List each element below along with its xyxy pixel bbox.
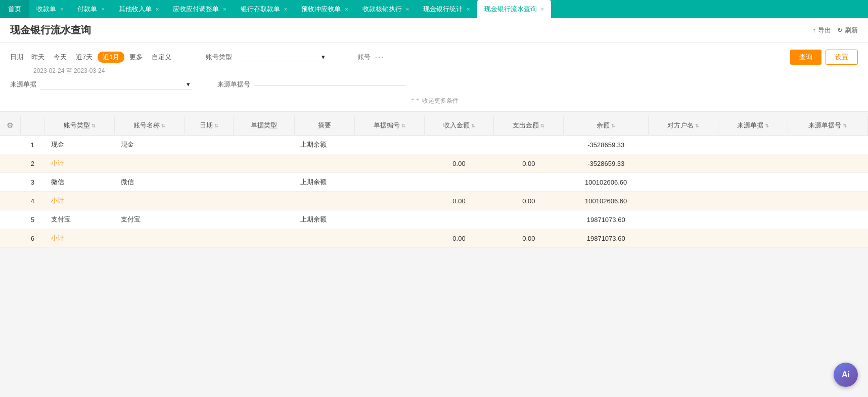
table-cell [0,229,20,248]
table-cell [185,210,234,229]
nav-tab-0-close[interactable]: × [60,0,63,18]
nav-tab-4[interactable]: 银行存取款单 × [234,0,294,18]
table-cell [354,192,424,210]
nav-tab-7-label: 现金银行统计 [423,0,463,18]
account-filter-group: 账号 ··· [357,53,384,62]
nav-tab-2[interactable]: 其他收入单 × [112,0,166,18]
table-cell [185,229,234,248]
account-type-chevron-icon: ▾ [322,53,325,61]
th-income[interactable]: 收入金额⇅ [424,116,494,136]
nav-tab-6-close[interactable]: × [406,0,409,18]
th-gear[interactable]: ⚙ [0,116,20,136]
table-row: 2小计0.000.00-3528659.33 [0,154,868,173]
table-row: 6小计0.000.0019871073.60 [0,229,868,248]
table-cell [494,136,564,154]
th-account-type[interactable]: 账号类型⇅ [45,116,115,136]
table-cell [354,154,424,173]
date-opt-yesterday[interactable]: 昨天 [27,52,49,63]
table-row: 5支付宝支付宝上期余额19871073.60 [0,210,868,229]
table-cell [294,192,354,210]
th-counterpart[interactable]: 对方户名⇅ [649,116,718,136]
th-expense[interactable]: 支出金额⇅ [494,116,564,136]
table-cell: 6 [20,229,45,248]
th-date[interactable]: 日期⇅ [185,116,234,136]
nav-tab-8-close[interactable]: × [541,0,544,18]
export-button[interactable]: ↑ 导出 [813,26,832,35]
th-source-doc[interactable]: 来源单据⇅ [718,116,788,136]
table-cell: 0.00 [494,154,564,173]
top-nav: 首页 收款单 × 付款单 × 其他收入单 × 应收应付调整单 × 银行存取款单 … [0,0,868,18]
nav-tab-3-label: 应收应付调整单 [173,0,219,18]
th-summary: 摘要 [294,116,354,136]
table-cell: 3 [20,173,45,192]
nav-tab-8[interactable]: 现金银行流水查询 × [477,0,551,18]
table-row: 4小计0.000.00100102606.60 [0,192,868,210]
th-balance[interactable]: 余额⇅ [564,116,649,136]
account-more-button[interactable]: ··· [375,53,384,62]
table-row: 3微信微信上期余额100102606.60 [0,173,868,192]
nav-tab-5-close[interactable]: × [345,0,348,18]
nav-tab-1[interactable]: 付款单 × [70,0,111,18]
refresh-icon: ↻ [837,26,843,34]
nav-tab-2-close[interactable]: × [156,0,159,18]
collapse-bar[interactable]: ⌃⌃ 收起更多条件 [10,95,858,106]
table-cell: 现金 [45,136,115,154]
nav-tab-1-label: 付款单 [77,0,97,18]
nav-home-label: 首页 [8,0,21,18]
settings-button[interactable]: 设置 [826,50,858,65]
date-opt-custom[interactable]: 自定义 [148,52,175,63]
nav-tab-0[interactable]: 收款单 × [29,0,70,18]
nav-tab-7-close[interactable]: × [467,0,470,18]
nav-tab-5[interactable]: 预收冲应收单 × [294,0,355,18]
source-doc-select[interactable]: ▾ [40,79,192,90]
table-cell [424,136,494,154]
table-cell: 现金 [115,136,185,154]
th-account-name[interactable]: 账号名称⇅ [115,116,185,136]
table-cell [718,173,788,192]
table-cell [788,136,867,154]
date-opt-today[interactable]: 今天 [50,52,71,63]
table-cell [185,173,234,192]
table-cell [234,229,295,248]
nav-tab-4-close[interactable]: × [284,0,287,18]
th-doc-no[interactable]: 单据编号⇅ [354,116,424,136]
nav-tab-4-label: 银行存取款单 [241,0,280,18]
table-cell [788,192,867,210]
table-cell [649,210,718,229]
table-cell [354,229,424,248]
table-cell [354,136,424,154]
table-cell: 2 [20,154,45,173]
table-cell [788,173,867,192]
collapse-label: 收起更多条件 [422,97,459,105]
nav-home[interactable]: 首页 [0,0,29,18]
table-cell [718,229,788,248]
th-source-doc-no[interactable]: 来源单据号⇅ [788,116,867,136]
table-cell: 支付宝 [45,210,115,229]
nav-tab-6[interactable]: 收款核销执行 × [355,0,416,18]
refresh-button[interactable]: ↻ 刷新 [837,26,858,35]
source-doc-no-label: 来源单据号 [217,80,250,89]
th-doc-type: 单据类型 [234,116,295,136]
table-cell [718,192,788,210]
nav-tab-3-close[interactable]: × [223,0,226,18]
date-opt-7days[interactable]: 近7天 [72,52,97,63]
date-opt-1month[interactable]: 近1月 [98,52,124,63]
source-doc-no-input[interactable] [254,83,406,86]
table-container: ⚙ 账号类型⇅ 账号名称⇅ 日期⇅ 单据类型 摘要 单据编号⇅ 收入金额⇅ 支出… [0,116,868,248]
table-row: 1现金现金上期余额-3528659.33 [0,136,868,154]
nav-tab-0-label: 收款单 [36,0,56,18]
table-cell [354,210,424,229]
refresh-label: 刷新 [845,26,858,35]
table-cell [294,154,354,173]
nav-tab-1-close[interactable]: × [101,0,104,18]
account-type-select[interactable]: ▾ [236,52,327,62]
table-cell [788,229,867,248]
table-cell [0,154,20,173]
table-cell: 上期余额 [294,136,354,154]
nav-tab-3[interactable]: 应收应付调整单 × [166,0,233,18]
nav-tab-7[interactable]: 现金银行统计 × [416,0,477,18]
date-filter-group: 日期 昨天 今天 近7天 近1月 更多 自定义 [10,52,175,63]
query-button[interactable]: 查询 [790,50,821,65]
date-opt-more[interactable]: 更多 [125,52,147,63]
filter-area: 日期 昨天 今天 近7天 近1月 更多 自定义 账号类型 ▾ 账号 ··· [0,42,868,112]
